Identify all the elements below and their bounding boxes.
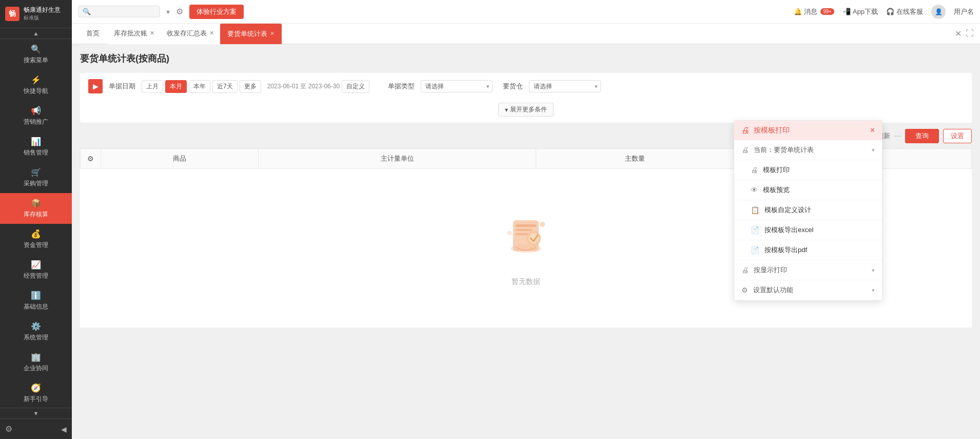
trial-button[interactable]: 体验行业方案 <box>189 5 244 19</box>
goods-label: 要货仓 <box>503 82 523 91</box>
dropdown-item-template-preview[interactable]: 👁 模板预览 <box>734 180 882 200</box>
settings-col-icon[interactable]: ⚙ <box>87 155 94 163</box>
date-btn-custom[interactable]: 自定义 <box>342 80 369 93</box>
order-type-label: 单据类型 <box>388 82 415 91</box>
headset-icon: 🎧 <box>886 8 894 15</box>
logo-title: 畅康通好生意 <box>24 6 61 14</box>
page-title: 要货单统计表(按商品) <box>80 52 972 65</box>
expand-more-btn[interactable]: ▾ 展开更多条件 <box>498 103 554 117</box>
sidebar-item-marketing[interactable]: 📢 营销推广 <box>0 101 72 131</box>
display-print-arrow-icon: ▾ <box>872 267 875 274</box>
sidebar-item-sales[interactable]: 📊 销售管理 <box>0 131 72 162</box>
set-default-icon: ⚙ <box>741 286 748 294</box>
scroll-down-icon[interactable]: ▼ <box>33 410 39 416</box>
goods-select-wrapper[interactable]: 请选择 <box>529 80 601 92</box>
cart-icon: 🛒 <box>31 167 41 177</box>
tab-inventory-batch[interactable]: 库存批次账 ✕ <box>108 24 161 44</box>
printer-dropdown-icon: 🖨 <box>741 126 750 135</box>
online-service-button[interactable]: 🎧 在线客服 <box>886 7 923 16</box>
table-col-quantity: 主数量 <box>536 149 734 169</box>
filter-expand-toggle[interactable]: ▶ <box>88 79 103 93</box>
svg-point-7 <box>540 222 545 227</box>
goods-select[interactable]: 请选择 <box>529 80 601 92</box>
app-download-button[interactable]: 📲 App下载 <box>842 7 878 16</box>
date-btn-more[interactable]: 更多 <box>240 80 261 93</box>
collapse-icon[interactable]: ◀ <box>61 425 67 433</box>
order-type-select-wrapper[interactable]: 请选择 <box>421 80 493 92</box>
expand-arrow-icon: ▶ <box>93 82 99 90</box>
download-icon: 📲 <box>842 8 851 15</box>
date-btn-last-7-days[interactable]: 近7天 <box>212 80 238 93</box>
gear-settings-icon[interactable]: ⚙ <box>176 7 183 16</box>
template-custom-icon: 📋 <box>751 206 759 214</box>
messages-button[interactable]: 🔔 消息 99+ <box>794 7 834 16</box>
logo-subtitle: 标准版 <box>24 14 61 22</box>
settings-icon[interactable]: ⚙ <box>5 424 12 434</box>
sidebar: 畅 畅康通好生意 标准版 ▲ 🔍 搜索菜单 ⚡ 快捷导航 📢 营销推广 📊 销售… <box>0 0 72 439</box>
scroll-up-icon[interactable]: ▲ <box>33 30 39 36</box>
template-preview-icon: 👁 <box>751 186 758 194</box>
top-header: 🔍 ▾ ⚙ 体验行业方案 🔔 消息 99+ 📲 App下载 🎧 在线客服 👤 用 <box>72 0 980 24</box>
display-print-icon: 🖨 <box>741 266 749 274</box>
search-input[interactable] <box>93 8 134 15</box>
sidebar-item-finance[interactable]: 💰 资金管理 <box>0 224 72 255</box>
sidebar-item-quick-nav[interactable]: ⚡ 快捷导航 <box>0 70 72 101</box>
sidebar-bottom: ⚙ ◀ <box>0 418 72 439</box>
dropdown-close-button[interactable]: × <box>870 126 875 135</box>
dropdown-current-item[interactable]: 🖨 当前：要货单统计表 ▾ <box>734 140 882 160</box>
dropdown-item-template-print[interactable]: 🖨 模板打印 <box>734 160 882 180</box>
sidebar-item-enterprise[interactable]: 🏢 企业协同 <box>0 347 72 378</box>
trend-icon: 📈 <box>31 260 41 270</box>
dropdown-item-export-pdf[interactable]: 📄 按模板导出pdf <box>734 240 882 260</box>
sidebar-item-inventory[interactable]: 📦 库存核算 <box>0 193 72 224</box>
export-pdf-icon: 📄 <box>751 246 759 254</box>
dropdown-display-print[interactable]: 🖨 按显示打印 ▾ <box>734 260 882 280</box>
sidebar-item-guide[interactable]: 🧭 新手引导 <box>0 378 72 408</box>
dropdown-set-default[interactable]: ⚙ 设置默认功能 ▾ <box>734 280 882 300</box>
dropdown-title: 按模板打印 <box>754 126 790 135</box>
tab-receipts-summary[interactable]: 收发存汇总表 ✕ <box>161 24 220 44</box>
dropdown-arrow-icon[interactable]: ▾ <box>166 8 170 16</box>
maximize-button[interactable]: ⛶ <box>966 29 974 39</box>
chevron-down-icon: ▾ <box>505 106 508 113</box>
dropdown-header: 🖨 按模板打印 × <box>734 121 882 140</box>
sidebar-item-operations[interactable]: 📈 经营管理 <box>0 255 72 285</box>
tab-close-inventory-batch[interactable]: ✕ <box>150 30 154 36</box>
filter-bar: ▶ 单据日期 上月 本月 本年 近7天 更多 2023-06-01 至 2023… <box>80 73 972 123</box>
tab-close-order-stats[interactable]: ✕ <box>270 30 275 37</box>
minimize-button[interactable]: ✕ <box>955 29 962 39</box>
svg-rect-3 <box>516 229 532 231</box>
sidebar-item-system[interactable]: ⚙️ 系统管理 <box>0 316 72 347</box>
date-btn-current-year[interactable]: 本年 <box>189 80 210 93</box>
sidebar-item-base-info[interactable]: ℹ️ 基础信息 <box>0 285 72 316</box>
compass-icon: 🧭 <box>31 383 41 393</box>
window-buttons: ✕ ⛶ <box>955 29 974 39</box>
sidebar-logo: 畅 畅康通好生意 标准版 <box>0 0 72 28</box>
date-btn-last-month[interactable]: 上月 <box>142 80 163 93</box>
header-right: 🔔 消息 99+ 📲 App下载 🎧 在线客服 👤 用户名 <box>794 5 974 19</box>
empty-text: 暂无数据 <box>512 277 540 287</box>
info-icon: ℹ️ <box>31 291 41 300</box>
filter-row-1: ▶ 单据日期 上月 本月 本年 近7天 更多 2023-06-01 至 2023… <box>88 79 964 93</box>
tab-home[interactable]: 首页 <box>78 24 108 44</box>
dropdown-item-export-excel[interactable]: 📄 按模板导出excel <box>734 220 882 240</box>
money-icon: 💰 <box>31 229 41 239</box>
order-type-select[interactable]: 请选择 <box>421 80 493 92</box>
sidebar-item-purchase[interactable]: 🛒 采购管理 <box>0 162 72 193</box>
date-btn-current-month[interactable]: 本月 <box>165 80 187 93</box>
more-options-icon[interactable]: ··· <box>894 131 901 141</box>
tab-close-receipts-summary[interactable]: ✕ <box>209 30 214 36</box>
page-content: 要货单统计表(按商品) ▶ 单据日期 上月 本月 本年 近7天 更多 2023-… <box>72 44 980 439</box>
messages-badge: 99+ <box>820 8 834 15</box>
dropdown-item-template-custom[interactable]: 📋 模板自定义设计 <box>734 200 882 220</box>
sidebar-item-search[interactable]: 🔍 搜索菜单 <box>0 39 72 70</box>
query-button[interactable]: 查询 <box>905 129 939 143</box>
export-excel-icon: 📄 <box>751 226 759 234</box>
search-box[interactable]: 🔍 <box>78 6 160 17</box>
date-range-text: 2023-06-01 至 2023-06-30 <box>267 82 340 91</box>
tab-bar: 首页 库存批次账 ✕ 收发存汇总表 ✕ 要货单统计表 ✕ ✕ ⛶ <box>72 24 980 44</box>
tab-order-stats[interactable]: 要货单统计表 ✕ <box>220 24 282 44</box>
megaphone-icon: 📢 <box>31 106 41 116</box>
sidebar-navigation: 🔍 搜索菜单 ⚡ 快捷导航 📢 营销推广 📊 销售管理 🛒 采购管理 📦 库存核… <box>0 39 72 408</box>
settings-button[interactable]: 设置 <box>943 129 972 143</box>
